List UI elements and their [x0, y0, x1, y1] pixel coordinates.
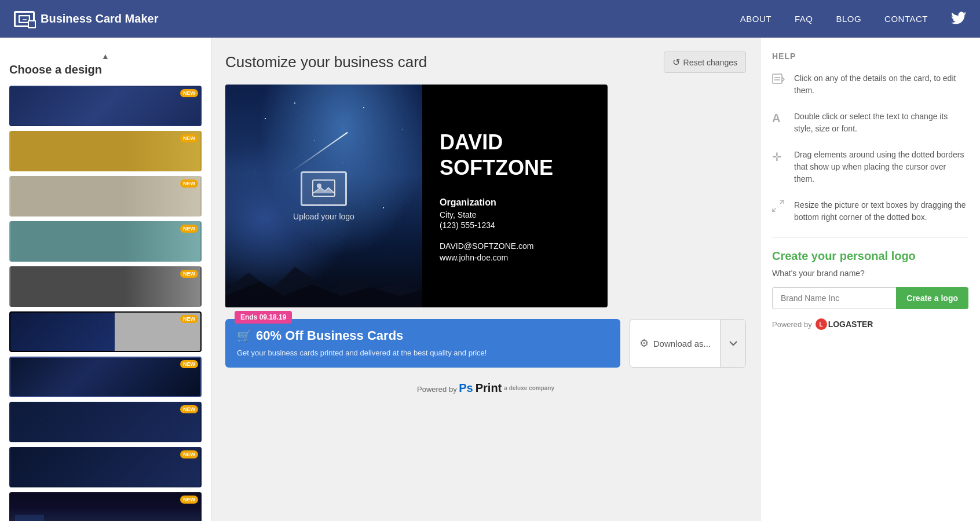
reset-button[interactable]: ↺ Reset changes: [664, 52, 746, 73]
promo-description: Get your business cards printed and deli…: [237, 348, 609, 358]
design-item-4[interactable]: NEW: [9, 221, 202, 262]
new-badge-4: NEW: [180, 225, 198, 233]
new-badge-9: NEW: [180, 450, 198, 458]
logo-section-subtitle: What's your brand name?: [772, 269, 968, 278]
image-upload-icon: [312, 178, 335, 199]
design-item-3[interactable]: NEW: [9, 176, 202, 217]
card-organization[interactable]: Organization: [440, 197, 590, 208]
new-badge-2: NEW: [180, 134, 198, 142]
new-badge-3: NEW: [180, 179, 198, 188]
content-header: Customize your business card ↺ Reset cha…: [225, 52, 746, 73]
scroll-up[interactable]: ▲: [9, 49, 202, 63]
content-area: Customize your business card ↺ Reset cha…: [211, 38, 760, 521]
psprint-name: Print: [476, 381, 502, 395]
new-badge-8: NEW: [180, 405, 198, 413]
logo-text: Business Card Maker: [41, 12, 158, 25]
help-text-3: Drag elements around using the dotted bo…: [794, 149, 968, 185]
help-text-1: Click on any of the details on the card,…: [794, 72, 968, 97]
card-name[interactable]: DAVID SOFTZONE: [440, 130, 590, 179]
design-item-5[interactable]: NEW: [9, 266, 202, 307]
promo-banner[interactable]: Ends 09.18.19 🛒 60% Off Business Cards G…: [225, 319, 620, 368]
new-badge-6: NEW: [180, 315, 198, 323]
design-item-2[interactable]: NEW: [9, 131, 202, 171]
logaster-logo: L LOGASTER: [816, 318, 873, 330]
help-title: HELP: [772, 52, 968, 61]
reset-icon: ↺: [672, 57, 680, 68]
card-name-line1: DAVID: [440, 130, 590, 155]
download-dropdown-arrow[interactable]: [720, 320, 745, 367]
logaster-text: LOGASTER: [828, 320, 873, 329]
help-item-1: Click on any of the details on the card,…: [772, 72, 968, 97]
psprint-logo[interactable]: PsPrint a deluxe company: [459, 381, 554, 395]
psprint-ps: Ps: [459, 381, 473, 395]
card-left[interactable]: Upload your logo: [225, 85, 422, 307]
design-grid: NEW NEW NEW NEW NEW NEW: [9, 86, 202, 521]
chevron-down-icon: [729, 340, 737, 346]
download-main: ⚙ Download as...: [630, 337, 720, 350]
nav-faq[interactable]: FAQ: [795, 14, 813, 24]
main-layout: ▲ Choose a design NEW NEW NEW NEW NEW: [0, 0, 980, 521]
cart-icon: 🛒: [237, 329, 251, 343]
edit-icon: [772, 74, 786, 87]
help-item-2: A Double click or select the text to cha…: [772, 111, 968, 135]
move-icon: ✛: [772, 150, 786, 164]
card-location[interactable]: City, State: [440, 210, 590, 219]
design-item-9[interactable]: NEW: [9, 447, 202, 487]
help-text-2: Double click or select the text to chang…: [794, 111, 968, 135]
promo-title-text: 60% Off Business Cards: [256, 328, 403, 343]
card-preview: Upload your logo DAVID SOFTZONE Organiza…: [225, 85, 608, 307]
logaster-icon: L: [816, 318, 827, 330]
create-logo-button[interactable]: Create a logo: [896, 287, 968, 309]
header: Business Card Maker ABOUT FAQ BLOG CONTA…: [0, 0, 980, 38]
powered-by-text: Powered by: [417, 385, 457, 394]
promo-title: 🛒 60% Off Business Cards: [237, 328, 609, 343]
sidebar: ▲ Choose a design NEW NEW NEW NEW NEW: [0, 38, 211, 521]
design-item-7[interactable]: NEW: [9, 357, 202, 397]
promo-ends: Ends 09.18.19: [235, 311, 292, 324]
powered-by-psprint: Powered by PsPrint a deluxe company: [225, 377, 746, 399]
twitter-link[interactable]: [951, 12, 966, 26]
new-badge-10: NEW: [180, 496, 198, 504]
logo-icon: [14, 11, 35, 27]
svg-rect-2: [313, 180, 335, 196]
upload-area[interactable]: Upload your logo: [293, 171, 354, 221]
design-item-1[interactable]: NEW: [9, 86, 202, 126]
help-item-4: Resize the picture or text boxes by drag…: [772, 199, 968, 223]
logaster-powered-text: Powered by: [772, 320, 812, 329]
nav-blog[interactable]: BLOG: [836, 14, 861, 24]
card-phone[interactable]: (123) 555-1234: [440, 221, 590, 230]
brand-name-input[interactable]: [772, 287, 896, 309]
logo-input-row: Create a logo: [772, 287, 968, 309]
new-badge-1: NEW: [180, 89, 198, 97]
upload-text: Upload your logo: [293, 212, 354, 221]
logo-section-title: Create your personal logo: [772, 250, 968, 263]
sidebar-title: Choose a design: [9, 63, 202, 76]
mountain-silhouette: [225, 261, 422, 307]
twitter-icon: [951, 12, 966, 24]
nav-contact[interactable]: CONTACT: [884, 14, 928, 24]
main-nav: ABOUT FAQ BLOG CONTACT: [740, 12, 966, 26]
reset-label: Reset changes: [683, 58, 737, 67]
card-right[interactable]: DAVID SOFTZONE Organization City, State …: [422, 85, 608, 307]
gear-icon: ⚙: [639, 337, 649, 350]
card-website[interactable]: www.john-doe.com: [440, 253, 590, 262]
svg-rect-6: [773, 74, 782, 83]
upload-icon-box: [301, 171, 347, 206]
psprint-tagline: a deluxe company: [504, 385, 554, 391]
resize-icon: [772, 200, 786, 214]
powered-by-logaster: Powered by L LOGASTER: [772, 318, 968, 330]
new-badge-5: NEW: [180, 270, 198, 278]
logo-section: Create your personal logo What's your br…: [772, 237, 968, 330]
nav-about[interactable]: ABOUT: [740, 14, 771, 24]
bottom-row: Ends 09.18.19 🛒 60% Off Business Cards G…: [225, 319, 746, 368]
design-item-6[interactable]: NEW: [9, 311, 202, 352]
design-item-10[interactable]: NEW: [9, 492, 202, 521]
page-title: Customize your business card: [225, 53, 427, 71]
right-panel: HELP Click on any of the details on the …: [760, 38, 980, 521]
logo[interactable]: Business Card Maker: [14, 11, 158, 27]
design-item-8[interactable]: NEW: [9, 402, 202, 442]
download-button[interactable]: ⚙ Download as...: [630, 319, 746, 368]
card-email[interactable]: DAVID@SOFTZONE.com: [440, 241, 590, 251]
new-badge-7: NEW: [180, 360, 198, 368]
help-text-4: Resize the picture or text boxes by drag…: [794, 199, 968, 223]
